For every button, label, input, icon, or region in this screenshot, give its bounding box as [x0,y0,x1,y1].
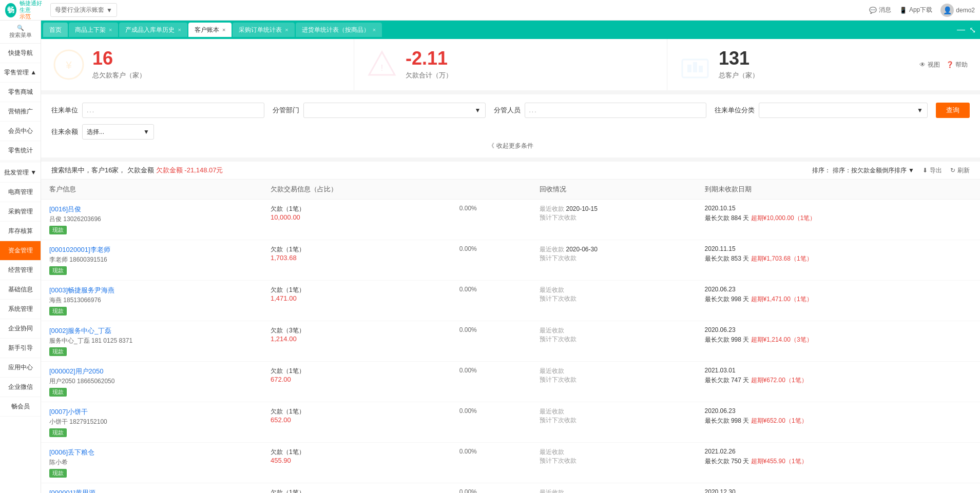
help-btn[interactable]: ❓ 帮助 [946,61,968,69]
results-info: 搜索结果中，客户16家， 欠款金额 欠款金额 -21,148.07元 [51,166,223,175]
sidebar-item-ecommerce[interactable]: 电商管理 [0,183,41,202]
table-row: [000002]用户2050 用户2050 18665062050 现款 欠款（… [41,362,980,402]
sidebar-item-inventory[interactable]: 库存核算 [0,222,41,241]
balance-select[interactable]: 选择... ▼ [82,124,154,140]
sidebar-item-operations[interactable]: 经营管理 [0,261,41,280]
search-icon: 🔍 [17,25,24,31]
overdue-info: 最长欠款 998 天 超期¥1,471.00（1笔） [705,295,972,304]
tab-collapse-btn[interactable]: — [957,25,965,34]
sidebar-item-quick-nav[interactable]: 快捷导航 [0,44,41,63]
debt-amount[interactable]: 1,703.68 [271,254,297,262]
sidebar-item-purchase[interactable]: 采购管理 [0,202,41,222]
view-btn[interactable]: 👁 视图 [919,61,939,69]
debt-amount[interactable]: 1,214.00 [271,335,297,343]
sidebar-item-member[interactable]: 会员中心 [0,122,41,141]
sidebar-item-enterprise[interactable]: 企业协同 [0,319,41,339]
tab-expand-btn[interactable]: ⤡ [969,25,976,35]
overdue-amount-link[interactable]: 超期¥652.00（1笔） [751,417,808,424]
store-selector[interactable]: 母婴行业演示账套 ▼ [50,3,117,17]
sidebar-search[interactable]: 🔍 搜索菜单 [0,21,41,44]
sidebar-item-retail-store[interactable]: 零售商城 [0,83,41,102]
collapse-icon: 《 [488,142,494,150]
customer-name-link[interactable]: [0006]丢下粮仓 [49,448,94,456]
sidebar-item-capital[interactable]: 资金管理 [0,241,41,261]
debt-ratio-cell: 0.00% [447,240,531,281]
tab-customer-account[interactable]: 客户账本 × [188,23,232,37]
message-icon: 💬 [869,7,877,14]
customer-name-link[interactable]: [0016]吕俊 [49,205,81,213]
balance-label: 往来余额 [51,127,78,136]
message-btn[interactable]: 💬 消息 [869,6,891,14]
customer-name-link[interactable]: [0007]小饼干 [49,408,88,416]
card-actions: 👁 视图 ❓ 帮助 [919,61,968,69]
collapse-btn[interactable]: 《 收起更多条件 [51,140,970,152]
overdue-amount-link[interactable]: 超期¥455.90（1笔） [751,458,808,465]
customer-name-link[interactable]: [000001]黄思源 [49,489,95,493]
sidebar-item-basic-info[interactable]: 基础信息 [0,280,41,300]
overdue-amount-link[interactable]: 超期¥1,214.00（3笔） [751,336,813,343]
export-btn[interactable]: ⬇ 导出 [923,166,942,175]
refresh-btn[interactable]: ↻ 刷新 [950,166,970,175]
debt-amount[interactable]: 1,471.00 [271,294,297,302]
customer-name-link[interactable]: [0003]畅捷服务尹海燕 [49,286,114,294]
customer-name-link[interactable]: [000002]用户2050 [49,367,104,375]
filter-row-2: 往来余额 选择... ▼ [51,124,970,140]
sidebar-item-app-center[interactable]: 应用中心 [0,358,41,378]
tab-close-icon[interactable]: × [285,27,288,33]
person-input[interactable]: ... [525,103,707,118]
sidebar-item-enterprise-wechat[interactable]: 企业微信 [0,378,41,397]
sidebar-item-new-guide[interactable]: 新手引导 [0,339,41,358]
tab-close-icon[interactable]: × [373,27,376,33]
debt-amount[interactable]: 652.00 [271,416,291,424]
debt-count: 欠款（3笔） [271,326,439,335]
overdue-amount-link[interactable]: 超期¥1,471.00（1笔） [751,295,813,303]
sidebar-item-marketing[interactable]: 营销推广 [0,102,41,122]
person-label: 分管人员 [494,106,521,115]
tabs-bar: 首页 商品上下架 × 产成品入库单历史 × 客户账本 × 采购订单统计表 × [41,21,980,39]
sidebar-item-retail-mgmt[interactable]: 零售管理 ▲ [0,63,41,83]
customer-info-cell: [000001]黄思源 黄思源 13552700226 现款 [41,483,262,494]
customer-info-cell: [0002]服务中心_丁磊 服务中心_丁磊 181 0125 8371 现款 [41,321,262,362]
debt-ratio-cell: 0.00% [447,483,531,494]
debt-amount[interactable]: 10,000.00 [271,213,300,221]
customer-phone: 李老师 18600391516 [49,255,254,264]
debt-amount[interactable]: 672.00 [271,376,291,383]
logo-area: 畅 畅捷通好生意 示范 [5,0,46,20]
sidebar-item-batch-mgmt[interactable]: 批发管理 ▼ [0,163,41,183]
overdue-days: 最长欠款 747 天 [705,377,751,384]
overdue-amount-link[interactable]: 超期¥10,000.00（1笔） [751,214,816,222]
tab-product-history[interactable]: 产成品入库单历史 × [119,23,187,37]
recovery-cell: 最近收款 2020-10-15 预计下次收款 [531,200,696,240]
overdue-amount-link[interactable]: 超期¥1,703.68（1笔） [751,255,813,262]
app-download-btn[interactable]: 📱 App下载 [899,6,932,14]
unit-type-select[interactable]: ▼ [759,103,928,118]
sidebar-item-system[interactable]: 系统管理 [0,300,41,319]
tab-close-icon[interactable]: × [222,27,225,33]
debt-count: 欠款（1笔） [271,488,439,493]
sidebar-item-super-member[interactable]: 畅会员 [0,397,41,417]
total-customers-value: 131 [719,49,759,68]
dept-select[interactable]: ▼ [303,103,486,118]
user-avatar-btn[interactable]: 👤 demo2 [940,4,975,17]
tab-home[interactable]: 首页 [43,23,68,37]
sidebar-item-retail-stats[interactable]: 零售统计 [0,141,41,161]
results-header: 搜索结果中，客户16家， 欠款金额 欠款金额 -21,148.07元 排序： 排… [41,162,980,180]
search-button[interactable]: 查询 [936,103,970,118]
overdue-amount-link[interactable]: 超期¥672.00（1笔） [751,377,808,384]
unit-type-label: 往来单位分类 [715,106,755,115]
debt-customers-label: 总欠款客户（家） [92,71,146,80]
debt-amount[interactable]: 455.90 [271,457,291,464]
debt-ratio: 0.00% [459,286,477,293]
tab-close-icon[interactable]: × [109,27,112,33]
from-unit-input[interactable]: ... [82,103,264,118]
tab-product-toggle[interactable]: 商品上下架 × [69,23,118,37]
customer-phone: 海燕 18513066976 [49,296,254,305]
customer-name-link[interactable]: [0002]服务中心_丁磊 [49,327,111,334]
tab-purchase-product-stats[interactable]: 进货单统计表（按商品） × [296,23,382,37]
recent-collection-label: 最近收款 [540,246,564,253]
table-row: [0007]小饼干 小饼干 18279152100 现款 欠款（1笔） 652.… [41,402,980,443]
debt-ratio: 0.00% [459,367,477,374]
tab-purchase-stats[interactable]: 采购订单统计表 × [233,23,294,37]
customer-name-link[interactable]: [0001020001]李老师 [49,246,110,253]
tab-close-icon[interactable]: × [178,27,181,33]
